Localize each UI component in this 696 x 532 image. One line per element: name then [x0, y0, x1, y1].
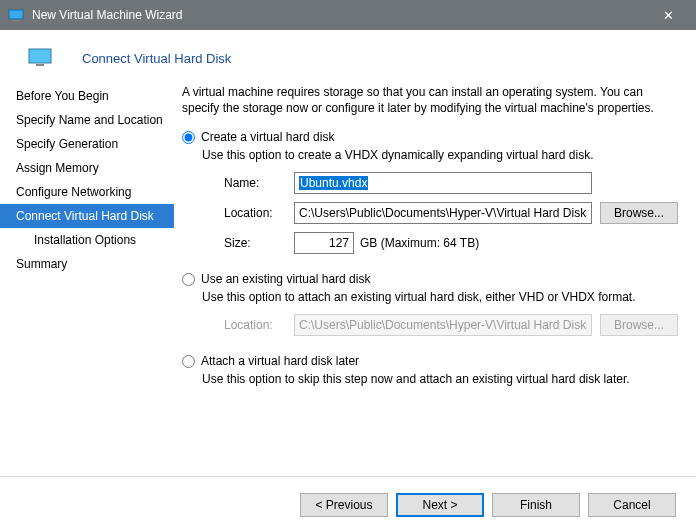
- sidebar-item-before-you-begin[interactable]: Before You Begin: [0, 84, 174, 108]
- content: A virtual machine requires storage so th…: [174, 80, 696, 440]
- sidebar: Before You Begin Specify Name and Locati…: [0, 80, 174, 440]
- svg-rect-2: [29, 49, 51, 63]
- option-later-block: Attach a virtual hard disk later Use thi…: [182, 354, 678, 386]
- sidebar-item-connect-vhd[interactable]: Connect Virtual Hard Disk: [0, 204, 174, 228]
- radio-later[interactable]: [182, 355, 195, 368]
- location-label: Location:: [224, 206, 286, 220]
- size-label: Size:: [224, 236, 286, 250]
- computer-icon: [28, 48, 52, 68]
- existing-browse-button: Browse...: [600, 314, 678, 336]
- existing-location-input: [294, 314, 592, 336]
- sidebar-item-specify-generation[interactable]: Specify Generation: [0, 132, 174, 156]
- sidebar-item-configure-networking[interactable]: Configure Networking: [0, 180, 174, 204]
- radio-create[interactable]: [182, 131, 195, 144]
- next-button[interactable]: Next >: [396, 493, 484, 517]
- footer: < Previous Next > Finish Cancel: [0, 476, 696, 532]
- cancel-button[interactable]: Cancel: [588, 493, 676, 517]
- app-icon: [8, 7, 24, 23]
- option1-helper: Use this option to create a VHDX dynamic…: [202, 148, 678, 162]
- previous-button[interactable]: < Previous: [300, 493, 388, 517]
- radio-create-label: Create a virtual hard disk: [201, 130, 334, 144]
- location-input[interactable]: [294, 202, 592, 224]
- option3-helper: Use this option to skip this step now an…: [202, 372, 678, 386]
- existing-location-label: Location:: [224, 318, 286, 332]
- name-label: Name:: [224, 176, 286, 190]
- page-title: Connect Virtual Hard Disk: [82, 51, 231, 66]
- radio-existing-label: Use an existing virtual hard disk: [201, 272, 370, 286]
- size-suffix: GB (Maximum: 64 TB): [360, 236, 479, 250]
- radio-existing[interactable]: [182, 273, 195, 286]
- radio-later-label: Attach a virtual hard disk later: [201, 354, 359, 368]
- size-input[interactable]: [294, 232, 354, 254]
- svg-rect-3: [36, 64, 44, 66]
- finish-button[interactable]: Finish: [492, 493, 580, 517]
- sidebar-item-installation-options[interactable]: Installation Options: [0, 228, 174, 252]
- option2-helper: Use this option to attach an existing vi…: [202, 290, 678, 304]
- window-title: New Virtual Machine Wizard: [32, 8, 648, 22]
- name-input[interactable]: Ubuntu.vhdx: [294, 172, 592, 194]
- svg-rect-0: [9, 10, 23, 19]
- header: Connect Virtual Hard Disk: [0, 30, 696, 80]
- browse-button[interactable]: Browse...: [600, 202, 678, 224]
- option-existing-block: Use an existing virtual hard disk Use th…: [182, 272, 678, 336]
- intro-text: A virtual machine requires storage so th…: [182, 84, 678, 116]
- titlebar: New Virtual Machine Wizard ✕: [0, 0, 696, 30]
- sidebar-item-assign-memory[interactable]: Assign Memory: [0, 156, 174, 180]
- option-create-block: Create a virtual hard disk Use this opti…: [182, 130, 678, 254]
- sidebar-item-specify-name[interactable]: Specify Name and Location: [0, 108, 174, 132]
- svg-rect-1: [13, 20, 19, 21]
- sidebar-item-summary[interactable]: Summary: [0, 252, 174, 276]
- close-button[interactable]: ✕: [648, 0, 688, 30]
